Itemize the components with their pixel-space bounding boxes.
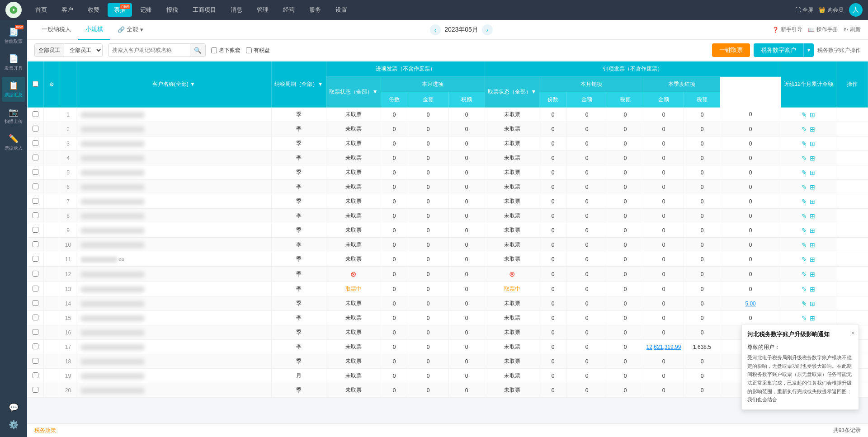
copy-icon-13[interactable]: ⊞ — [810, 286, 815, 293]
row-checkbox-15[interactable] — [33, 315, 38, 320]
edit-icon-4[interactable]: ✎ — [802, 155, 807, 162]
tax-disk-checkbox-label[interactable]: 有税盘 — [246, 47, 270, 54]
copy-icon-12[interactable]: ⊞ — [810, 271, 815, 278]
copy-icon-5[interactable]: ⊞ — [810, 169, 815, 176]
nav-settings[interactable]: 设置 — [329, 3, 354, 17]
edit-icon-12[interactable]: ✎ — [802, 271, 807, 278]
next-month-btn[interactable]: › — [482, 24, 493, 35]
nav-operation[interactable]: 经营 — [277, 3, 301, 17]
nav-tax[interactable]: 报税 — [160, 3, 184, 17]
copy-icon-10[interactable]: ⊞ — [810, 241, 815, 249]
row-checkbox-3[interactable] — [33, 140, 38, 146]
edit-icon-3[interactable]: ✎ — [802, 140, 807, 147]
row-checkbox-4[interactable] — [33, 155, 38, 160]
tax-disk-checkbox[interactable] — [246, 47, 252, 53]
nav-invoice[interactable]: 票据 new — [108, 3, 132, 17]
row-checkbox-1[interactable] — [33, 111, 38, 117]
nav-service[interactable]: 服务 — [303, 3, 327, 17]
row-checkbox-16[interactable] — [33, 329, 38, 335]
tab-small-scale[interactable]: 小规模 — [78, 20, 110, 40]
one-click-ticket-btn[interactable]: 一键取票 — [712, 43, 750, 57]
nav-billing[interactable]: 收费 — [81, 3, 106, 17]
copy-icon-2[interactable]: ⊞ — [810, 126, 815, 133]
nav-message[interactable]: 消息 — [224, 3, 249, 17]
tax-policy-link[interactable]: 税务政策 — [34, 427, 56, 434]
tax-digital-btn[interactable]: 税务数字账户 — [754, 43, 803, 57]
copy-icon-15[interactable]: ⊞ — [810, 315, 815, 322]
row-checkbox-19[interactable] — [33, 372, 38, 378]
nav-customer[interactable]: 客户 — [55, 3, 80, 17]
th-period[interactable]: 纳税周期（全部）▼ — [271, 61, 326, 108]
th-income-status[interactable]: 取票状态（全部）▼ — [326, 77, 381, 108]
sidebar-item-smart-ticket[interactable]: 🧾 智能取票 new — [2, 23, 25, 48]
sidebar-item-config[interactable]: ⚙️ — [2, 416, 25, 433]
copy-icon-8[interactable]: ⊞ — [810, 212, 815, 220]
new-guide-btn[interactable]: ❓ 新手引导 — [772, 26, 802, 33]
search-button[interactable]: 🔍 — [190, 44, 205, 56]
nav-bookkeeping[interactable]: 记账 — [134, 3, 158, 17]
edit-icon-15[interactable]: ✎ — [802, 315, 807, 322]
row-checkbox-10[interactable] — [33, 241, 38, 247]
fullscreen-btn[interactable]: ⛶ 全屏 — [795, 6, 813, 14]
select-all-checkbox[interactable] — [33, 81, 38, 87]
user-avatar[interactable]: 人 — [849, 3, 863, 17]
account-checkbox-label[interactable]: 名下账套 — [211, 47, 241, 54]
sidebar-item-chat[interactable]: 💬 — [2, 399, 25, 416]
nav-business[interactable]: 工商项目 — [186, 3, 222, 17]
row-checkbox-13[interactable] — [33, 286, 38, 291]
th-name[interactable]: 客户名称(全部) ▼ — [76, 61, 272, 108]
th-sales-status[interactable]: 取票状态（全部）▼ — [485, 77, 539, 108]
edit-icon-7[interactable]: ✎ — [802, 198, 807, 205]
copy-icon-6[interactable]: ⊞ — [810, 183, 815, 191]
row-checkbox-8[interactable] — [33, 212, 38, 218]
copy-icon-1[interactable]: ⊞ — [810, 111, 815, 118]
edit-icon-9[interactable]: ✎ — [802, 227, 807, 234]
edit-icon-6[interactable]: ✎ — [802, 183, 807, 191]
edit-icon-10[interactable]: ✎ — [802, 241, 807, 249]
row-checkbox-14[interactable] — [33, 300, 38, 306]
tax-digital-dropdown-btn[interactable]: ▾ — [803, 43, 814, 57]
account-checkbox[interactable] — [211, 47, 217, 53]
copy-icon-11[interactable]: ⊞ — [810, 256, 815, 263]
row-checkbox-18[interactable] — [33, 358, 38, 364]
copy-icon-7[interactable]: ⊞ — [810, 198, 815, 205]
row-checkbox-11[interactable] — [33, 256, 38, 262]
tab-all[interactable]: 🔗 全能 ▾ — [110, 20, 151, 40]
edit-icon-5[interactable]: ✎ — [802, 169, 807, 176]
copy-icon-14[interactable]: ⊞ — [810, 300, 815, 307]
copy-icon-9[interactable]: ⊞ — [810, 227, 815, 234]
row-checkbox-9[interactable] — [33, 227, 38, 233]
edit-icon-13[interactable]: ✎ — [802, 286, 807, 293]
edit-icon-11[interactable]: ✎ — [802, 256, 807, 263]
prev-month-btn[interactable]: ‹ — [430, 24, 441, 35]
row-checkbox-17[interactable] — [33, 343, 38, 349]
copy-icon-4[interactable]: ⊞ — [810, 155, 815, 162]
edit-icon-2[interactable]: ✎ — [802, 126, 807, 133]
member-btn[interactable]: 👑 购会员 — [819, 6, 844, 14]
row-checkbox-12[interactable] — [33, 271, 38, 277]
row-checkbox-7[interactable] — [33, 198, 38, 204]
row-checkbox-6[interactable] — [33, 183, 38, 189]
employee-select[interactable]: 全部员工 — [64, 44, 102, 56]
sidebar-item-invoice-summary[interactable]: 📋 票据汇总 — [2, 77, 25, 102]
edit-icon-14[interactable]: ✎ — [802, 300, 807, 307]
red-amount-value[interactable]: 12,621,319.99 — [646, 344, 681, 350]
sidebar-item-invoice-open[interactable]: 📄 发票开具 — [2, 50, 25, 75]
search-input[interactable] — [108, 47, 190, 53]
nav-manage[interactable]: 管理 — [250, 3, 275, 17]
row-checkbox-20[interactable] — [33, 387, 38, 393]
row-checkbox-5[interactable] — [33, 169, 38, 175]
nav-home[interactable]: 首页 — [29, 3, 53, 17]
notification-close-btn[interactable]: × — [851, 328, 855, 338]
edit-icon-8[interactable]: ✎ — [802, 212, 807, 220]
copy-icon-3[interactable]: ⊞ — [810, 140, 815, 147]
refresh-btn[interactable]: ↻ 刷新 — [844, 26, 861, 33]
sidebar-item-scan-upload[interactable]: 📷 扫描上传 — [2, 103, 25, 128]
app-logo[interactable] — [5, 2, 22, 18]
tab-general-taxpayer[interactable]: 一般纳税人 — [34, 20, 78, 40]
manual-btn[interactable]: 📖 操作手册 — [808, 26, 838, 33]
twelve-month-value[interactable]: 5.00 — [745, 301, 755, 307]
sidebar-item-invoice-entry[interactable]: ✏️ 票据录入 — [2, 130, 25, 155]
edit-icon-1[interactable]: ✎ — [802, 111, 807, 118]
row-checkbox-2[interactable] — [33, 126, 38, 132]
